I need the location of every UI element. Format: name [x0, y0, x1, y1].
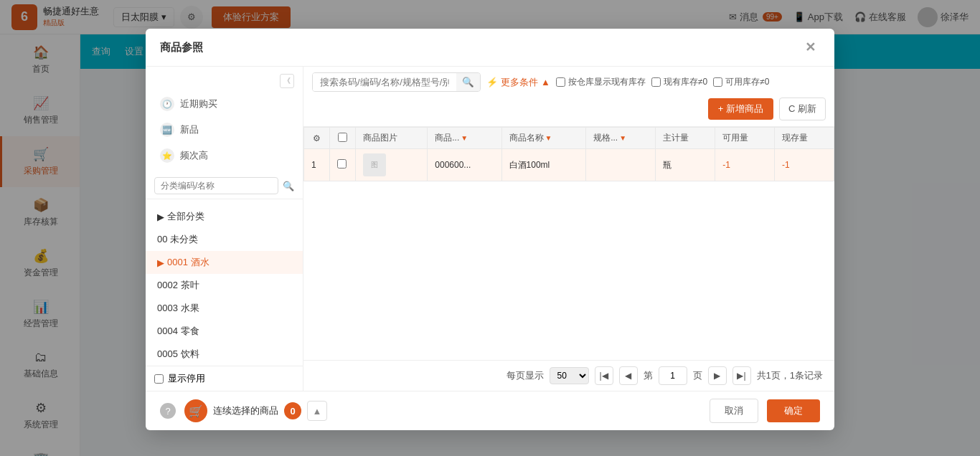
usable-stock-checkbox[interactable]: [713, 77, 722, 87]
category-search-icon[interactable]: 🔍: [283, 181, 294, 191]
last-page-btn[interactable]: ▶|: [732, 366, 751, 385]
collapse-btn[interactable]: 《: [280, 74, 294, 88]
dialog-header: 商品参照 ✕: [146, 29, 834, 67]
filter-btn[interactable]: ⚡ 更多条件 ▲: [486, 76, 550, 89]
category-search-input[interactable]: [154, 177, 278, 194]
confirm-btn[interactable]: 确定: [767, 399, 820, 422]
frequent-icon: ⭐: [160, 148, 174, 163]
dialog-close-btn[interactable]: ✕: [800, 37, 820, 57]
select-all-checkbox[interactable]: [338, 133, 347, 142]
product-dialog: 商品参照 ✕ 《 🕐 近期购买 🆕 新品: [146, 29, 834, 430]
new-icon: 🆕: [160, 123, 174, 137]
show-disabled-checkbox[interactable]: [154, 374, 164, 384]
cart-area: 🛒 连续选择的商品 0 ▲: [184, 399, 701, 422]
row-spec: [586, 149, 656, 181]
category-list: ▶ 全部分类 00 未分类 ▶ 0001 酒水 0002 茶叶 0003 水果: [146, 199, 303, 366]
recent-icon: 🕐: [160, 97, 174, 111]
product-table: ⚙ 商品图片 商品...▼ 商品名称▼ 规格...▼ 主计量 可用量 现存量: [303, 127, 834, 181]
row-check[interactable]: [330, 149, 356, 181]
usable-stock-label[interactable]: 可用库存≠0: [713, 76, 769, 88]
table-row[interactable]: 1 图 000600... 白酒100ml 瓶 -1 -1: [304, 149, 834, 181]
dialog-title: 商品参照: [160, 41, 203, 54]
cat-0003[interactable]: 0003 水果: [146, 297, 303, 320]
product-search-btn[interactable]: 🔍: [456, 73, 480, 91]
page-label: 第: [644, 369, 653, 382]
row-unit: 瓶: [656, 149, 715, 181]
cart-count: 0: [284, 402, 301, 419]
row-stock: -1: [775, 149, 834, 181]
product-table-wrap: ⚙ 商品图片 商品...▼ 商品名称▼ 规格...▼ 主计量 可用量 现存量: [303, 127, 834, 360]
cart-icon: 🛒: [184, 399, 207, 422]
first-page-btn[interactable]: |◀: [595, 366, 613, 385]
cat-0005[interactable]: 0005 饮料: [146, 343, 303, 366]
page-input[interactable]: [659, 366, 687, 385]
cat-0004[interactable]: 0004 零食: [146, 320, 303, 343]
row-name: 白酒100ml: [501, 149, 586, 181]
warehouse-stock-label[interactable]: 按仓库显示现有库存: [556, 76, 646, 88]
quick-recent[interactable]: 🕐 近期购买: [154, 92, 294, 115]
available-stock-label[interactable]: 现有库存≠0: [651, 76, 707, 88]
cat-arrow: ▶: [157, 212, 164, 222]
modal-overlay: 商品参照 ✕ 《 🕐 近期购买 🆕 新品: [0, 0, 980, 456]
row-num: 1: [304, 149, 330, 181]
col-stock: 现存量: [775, 128, 834, 149]
right-panel: 🔍 ⚡ 更多条件 ▲ 按仓库显示现有库存 现有库存≠0: [303, 67, 834, 391]
product-search-input[interactable]: [313, 73, 456, 91]
quick-access: 《 🕐 近期购买 🆕 新品 ⭐ 频次高: [146, 67, 303, 173]
table-header-row: ⚙ 商品图片 商品...▼ 商品名称▼ 规格...▼ 主计量 可用量 现存量: [304, 128, 834, 149]
col-code[interactable]: 商品...▼: [428, 128, 501, 149]
toolbar: 🔍 ⚡ 更多条件 ▲ 按仓库显示现有库存 现有库存≠0: [303, 67, 834, 127]
prev-page-btn[interactable]: ◀: [619, 366, 638, 385]
per-page-label: 每页显示: [507, 369, 544, 382]
warehouse-stock-checkbox[interactable]: [556, 77, 565, 87]
refresh-btn[interactable]: C 刷新: [779, 98, 826, 120]
page-label2: 页: [693, 369, 702, 382]
cat-all[interactable]: ▶ 全部分类: [146, 205, 303, 228]
col-available: 可用量: [715, 128, 775, 149]
show-disabled-label: 显示停用: [168, 372, 205, 385]
col-image: 商品图片: [356, 128, 428, 149]
available-stock-checkbox[interactable]: [651, 77, 661, 87]
chevron-up-icon: ▲: [541, 77, 550, 87]
total-info: 共1页，1条记录: [757, 369, 823, 382]
cancel-btn[interactable]: 取消: [710, 399, 758, 423]
add-product-btn[interactable]: + 新增商品: [708, 98, 773, 120]
col-unit: 主计量: [656, 128, 715, 149]
per-page-select[interactable]: 50 10 20 100: [550, 367, 589, 384]
row-available: -1: [715, 149, 775, 181]
quick-frequent[interactable]: ⭐ 频次高: [154, 144, 294, 167]
col-spec[interactable]: 规格...▼: [586, 128, 656, 149]
next-page-btn[interactable]: ▶: [708, 366, 727, 385]
quick-new[interactable]: 🆕 新品: [154, 118, 294, 141]
cat-active-arrow: ▶: [157, 257, 164, 268]
row-code: 000600...: [428, 149, 501, 181]
cat-00[interactable]: 00 未分类: [146, 228, 303, 251]
cat-0002[interactable]: 0002 茶叶: [146, 274, 303, 297]
category-search-row: 🔍: [146, 173, 303, 199]
dialog-body: 《 🕐 近期购买 🆕 新品 ⭐ 频次高: [146, 67, 834, 391]
pagination: 每页显示 50 10 20 100 |◀ ◀ 第 页 ▶ ▶| 共1页，1条记录: [303, 360, 834, 391]
help-icon[interactable]: ?: [160, 403, 176, 419]
left-panel: 《 🕐 近期购买 🆕 新品 ⭐ 频次高: [146, 67, 303, 391]
row-image: 图: [356, 149, 428, 181]
dialog-footer: ? 🛒 连续选择的商品 0 ▲ 取消 确定: [146, 391, 834, 430]
col-check: [330, 128, 356, 149]
cat-0001[interactable]: ▶ 0001 酒水: [146, 251, 303, 274]
col-settings[interactable]: ⚙: [304, 128, 330, 149]
collapse-up-btn[interactable]: ▲: [307, 401, 327, 421]
left-footer: 显示停用: [146, 366, 303, 391]
filter-icon: ⚡: [486, 77, 498, 87]
col-name[interactable]: 商品名称▼: [501, 128, 586, 149]
product-search-box: 🔍: [312, 72, 481, 92]
cart-label: 连续选择的商品: [213, 404, 278, 417]
